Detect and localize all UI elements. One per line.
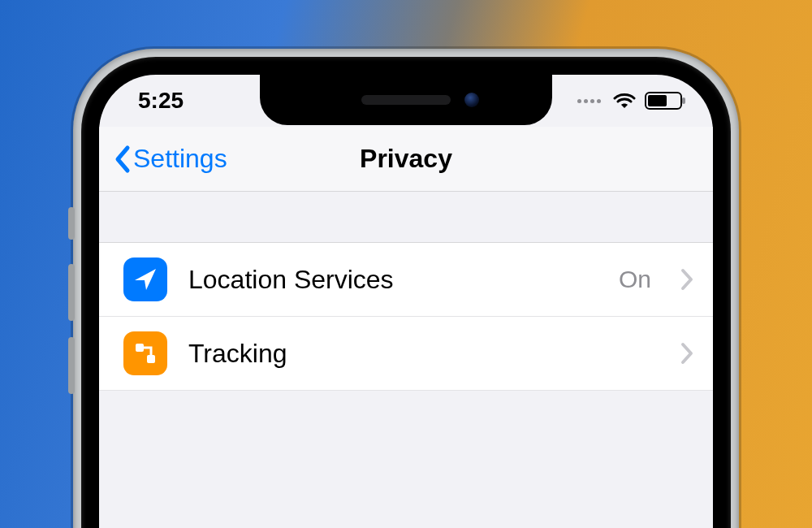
row-label: Tracking: [188, 339, 630, 369]
volume-down-button: [68, 337, 75, 394]
location-services-row[interactable]: Location Services On: [99, 243, 713, 317]
status-right: [577, 92, 682, 110]
wifi-icon: [612, 92, 637, 110]
tracking-row[interactable]: Tracking: [99, 317, 713, 391]
back-label: Settings: [133, 144, 227, 174]
battery-icon: [645, 92, 682, 110]
phone-bezel: 5:25: [81, 57, 731, 528]
chevron-left-icon: [114, 145, 132, 174]
row-label: Location Services: [188, 265, 598, 295]
phone-frame: 5:25: [73, 49, 739, 528]
screen: 5:25: [99, 75, 713, 528]
speaker: [361, 95, 451, 105]
section-spacer: [99, 192, 713, 242]
mute-switch: [68, 207, 75, 240]
location-arrow-icon: [123, 258, 167, 301]
row-value: On: [619, 266, 651, 293]
front-camera: [464, 93, 479, 107]
notch: [260, 75, 552, 125]
settings-list: Location Services On: [99, 242, 713, 391]
svg-rect-0: [136, 344, 144, 352]
chevron-right-icon: [680, 268, 693, 291]
chevron-right-icon: [680, 342, 693, 365]
nav-bar: Settings Privacy: [99, 127, 713, 192]
tracking-icon: [123, 331, 167, 375]
svg-rect-1: [147, 355, 155, 363]
volume-up-button: [68, 264, 75, 321]
status-time: 5:25: [138, 88, 184, 114]
cellular-dots-icon: [577, 99, 601, 103]
back-button[interactable]: Settings: [114, 144, 227, 174]
